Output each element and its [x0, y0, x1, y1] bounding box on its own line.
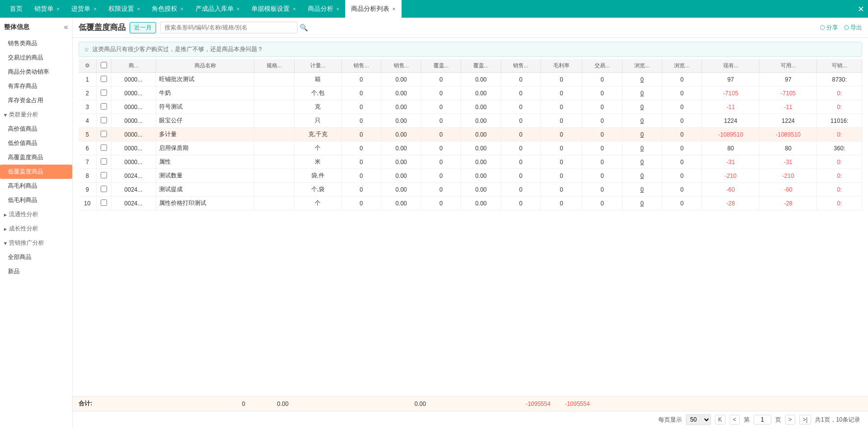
sidebar-item-high-coverage[interactable]: 高覆盖度商品 [0, 150, 72, 165]
cell-c1-0: 0 [421, 73, 461, 86]
cell-check-3[interactable] [96, 114, 111, 128]
cell-margin-2: 0 [541, 100, 582, 114]
search-icon[interactable]: 🔍 [299, 24, 308, 31]
sidebar-group-marketing[interactable]: ▾ 营销推广分析 [0, 236, 72, 250]
sidebar-item-in-stock[interactable]: 有库存商品 [0, 79, 72, 93]
cell-code-5: 0000... [111, 142, 156, 155]
nav-item-role[interactable]: 角色授权 × [146, 0, 189, 18]
cell-margin-0: 0 [541, 73, 582, 86]
row-checkbox-8[interactable] [101, 186, 107, 192]
cell-browse1-0[interactable]: 0 [622, 73, 662, 86]
cell-check-1[interactable] [96, 86, 111, 100]
cell-browse1-8[interactable]: 0 [622, 183, 662, 197]
first-page-button[interactable]: K [715, 415, 726, 425]
cell-browse1-5[interactable]: 0 [622, 142, 662, 155]
row-checkbox-4[interactable] [101, 131, 107, 137]
cell-browse1-6[interactable]: 0 [622, 155, 662, 169]
select-all-checkbox[interactable] [101, 62, 107, 68]
nav-close-permission[interactable]: × [137, 6, 140, 12]
sidebar-item-all-goods[interactable]: 全部商品 [0, 250, 72, 264]
cell-check-4[interactable] [96, 128, 111, 142]
cell-check-7[interactable] [96, 169, 111, 183]
sidebar-item-high-margin[interactable]: 高毛利商品 [0, 179, 72, 193]
pagination-bar: 每页显示 50 100 200 K < 第 页 > >| 共1页，10条记录 [73, 411, 868, 428]
export-button[interactable]: ⬡ 导出 [844, 24, 862, 32]
row-checkbox-0[interactable] [101, 76, 107, 82]
cell-s2-1: 0.00 [381, 86, 421, 100]
sidebar-item-capital[interactable]: 库存资金占用 [0, 93, 72, 108]
nav-item-purchase[interactable]: 进货单 × [65, 0, 102, 18]
sidebar-item-category-rate[interactable]: 商品分类动销率 [0, 65, 72, 79]
page-label-after: 页 [775, 416, 781, 424]
data-table: ⚙ 商... 商品名称 规格... 计量... 销售... 销售... 覆盖..… [79, 59, 862, 210]
th-checkbox[interactable] [96, 59, 111, 73]
cell-c2-9: 0.00 [461, 197, 501, 210]
window-close-button[interactable]: ✕ [858, 4, 864, 14]
footer-cells: 0 0.00 0.00 -1095554 -1095554 [96, 400, 862, 407]
row-checkbox-3[interactable] [101, 117, 107, 123]
th-settings[interactable]: ⚙ [79, 59, 96, 73]
sidebar-item-low-margin[interactable]: 低毛利商品 [0, 193, 72, 207]
row-checkbox-1[interactable] [101, 89, 107, 96]
nav-item-permission[interactable]: 权限设置 × [103, 0, 146, 18]
row-checkbox-5[interactable] [101, 144, 107, 151]
cell-browse1-9[interactable]: 0 [622, 197, 662, 210]
cell-trade-2: 0 [582, 100, 622, 114]
page-number-input[interactable] [754, 415, 771, 425]
table-row: 4 0000... 眼宝公仔 只 0 0.00 0 0.00 0 0 0 0 0… [79, 114, 862, 128]
cell-browse1-7[interactable]: 0 [622, 169, 662, 183]
search-input[interactable] [160, 22, 298, 33]
sidebar-collapse-button[interactable]: « [64, 23, 68, 31]
sidebar-item-low-value[interactable]: 低价值商品 [0, 136, 72, 150]
cell-check-0[interactable] [96, 73, 111, 86]
cell-check-6[interactable] [96, 155, 111, 169]
row-checkbox-7[interactable] [101, 172, 107, 178]
nav-item-analysis-list[interactable]: 商品分析列表 × [345, 0, 401, 18]
nav-close-purchase[interactable]: × [93, 6, 96, 12]
cell-browse1-1[interactable]: 0 [622, 86, 662, 100]
cell-margin-5: 0 [541, 142, 582, 155]
sidebar-item-traded-goods[interactable]: 交易过的商品 [0, 51, 72, 65]
sidebar-item-sales-goods[interactable]: 销售类商品 [0, 36, 72, 51]
nav-item-analysis[interactable]: 商品分析 × [302, 0, 345, 18]
page-size-select[interactable]: 50 100 200 [686, 414, 711, 425]
nav-item-product-in[interactable]: 产成品入库单 × [190, 0, 245, 18]
nav-item-sales[interactable]: 销货单 × [28, 0, 65, 18]
cell-margin-4: 0 [541, 128, 582, 142]
cell-check-2[interactable] [96, 100, 111, 114]
cell-browse1-4[interactable]: 0 [622, 128, 662, 142]
cell-trade-8: 0 [582, 183, 622, 197]
sidebar-group-circulation[interactable]: ▸ 流通性分析 [0, 207, 72, 222]
nav-close-role[interactable]: × [180, 6, 183, 12]
sidebar-item-new-goods[interactable]: 新品 [0, 264, 72, 279]
filter-recent-month-button[interactable]: 近一月 [130, 22, 156, 33]
cell-check-9[interactable] [96, 197, 111, 210]
nav-close-sales[interactable]: × [56, 6, 59, 12]
next-page-button[interactable]: > [785, 415, 795, 425]
footer-s2-total: 0.00 [263, 400, 302, 407]
nav-close-product-in[interactable]: × [237, 6, 240, 12]
nav-item-template[interactable]: 单据模板设置 × [245, 0, 301, 18]
row-checkbox-6[interactable] [101, 158, 107, 165]
share-button[interactable]: ⬡ 分享 [820, 24, 838, 32]
cell-check-5[interactable] [96, 142, 111, 155]
last-page-button[interactable]: >| [799, 415, 811, 425]
nav-close-template[interactable]: × [293, 6, 296, 12]
sidebar-item-high-value[interactable]: 高价值商品 [0, 122, 72, 136]
sidebar-item-low-coverage[interactable]: 低覆盖度商品 [0, 165, 72, 179]
sidebar-group-quantity[interactable]: ▾ 类群量分析 [0, 108, 72, 122]
row-checkbox-2[interactable] [101, 103, 107, 110]
cell-margin-9: 0 [541, 197, 582, 210]
cell-browse1-2[interactable]: 0 [622, 100, 662, 114]
row-checkbox-9[interactable] [101, 200, 107, 206]
nav-close-analysis[interactable]: × [336, 6, 339, 12]
cell-browse1-3[interactable]: 0 [622, 114, 662, 128]
prev-page-button[interactable]: < [730, 415, 740, 425]
cell-check-8[interactable] [96, 183, 111, 197]
sidebar-group-growth[interactable]: ▸ 成长性分析 [0, 222, 72, 236]
nav-close-analysis-list[interactable]: × [392, 6, 395, 12]
th-stock2: 可用... [760, 59, 817, 73]
cell-c1-8: 0 [421, 183, 461, 197]
cell-browse2-3: 0 [662, 114, 702, 128]
nav-item-home[interactable]: 首页 [4, 0, 28, 18]
